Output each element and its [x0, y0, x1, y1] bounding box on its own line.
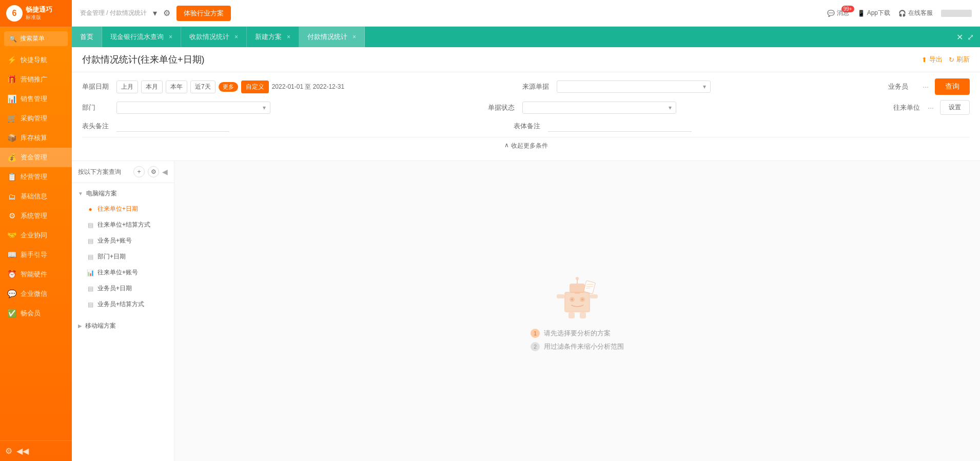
sidebar-item-marketing[interactable]: 🎁 营销推广: [0, 70, 72, 89]
svg-rect-12: [569, 312, 575, 318]
sidebar-item-capital[interactable]: 💰 资金管理: [0, 148, 72, 167]
user-avatar-area[interactable]: [941, 10, 972, 17]
sidebar-search[interactable]: 🔍 搜索菜单: [4, 31, 68, 46]
sidebar-item-label: 采购管理: [21, 114, 47, 123]
scheme-collapse-btn[interactable]: ◀: [162, 168, 168, 176]
date-btn-this-year[interactable]: 本年: [166, 81, 187, 93]
sidebar-item-purchase[interactable]: 🛒 采购管理: [0, 109, 72, 128]
sidebar-item-quick-nav[interactable]: ⚡ 快捷导航: [0, 50, 72, 70]
tip-num-1: 1: [531, 329, 540, 338]
content-area: 按以下方案查询 + ⚙ ◀ ▼ 电脑端方案 ●: [72, 161, 980, 461]
tab-payment-stats[interactable]: 收款情况统计 ×: [181, 27, 247, 47]
sidebar-item-label: 企业协同: [21, 231, 47, 240]
refresh-button[interactable]: ↻ 刷新: [949, 55, 970, 64]
tab-window-close[interactable]: ✕: [956, 32, 963, 42]
scheme-item-dept-date[interactable]: ▤ 部门+日期: [72, 249, 174, 265]
scheme-add-icon: +: [137, 168, 141, 175]
svg-point-5: [581, 298, 583, 300]
svg-rect-6: [570, 284, 585, 293]
app-icon: 📱: [857, 10, 865, 17]
sidebar-item-inventory[interactable]: 📦 库存核算: [0, 128, 72, 148]
source-label: 来源单据: [522, 82, 551, 91]
sidebar-item-smart-hw[interactable]: ⏰ 智能硬件: [0, 265, 72, 284]
scheme-group-mobile-header[interactable]: ▶ 移动端方案: [72, 318, 174, 333]
scheme-item-salesman-account[interactable]: ▤ 业务员+账号: [72, 233, 174, 249]
tab-home[interactable]: 首页: [72, 27, 102, 47]
date-btn-last-month[interactable]: 上月: [116, 81, 138, 93]
main-area: 资金管理 / 付款情况统计 ▾ ⚙ 体验行业方案 💬 消息 99+ 📱 App下…: [72, 0, 980, 461]
scheme-item-salesman-date[interactable]: ▤ 业务员+日期: [72, 280, 174, 296]
scheme-add-btn[interactable]: +: [133, 166, 145, 177]
sidebar-item-wechat[interactable]: 💬 企业微信: [0, 284, 72, 304]
tab-window-maximize[interactable]: ⤢: [967, 32, 974, 42]
trial-button[interactable]: 体验行业方案: [177, 6, 231, 21]
quick-nav-icon: ⚡: [7, 55, 16, 65]
status-dropdown-icon: ▾: [669, 104, 672, 111]
sidebar-collapse-btn[interactable]: ◀◀: [16, 446, 29, 456]
topbar-dropdown-icon[interactable]: ▾: [153, 8, 157, 18]
tab-cash-flow-close[interactable]: ×: [169, 33, 172, 41]
sidebar-item-enterprise[interactable]: 🤝 企业协同: [0, 226, 72, 245]
logo-text-group: 畅捷通巧 标准版: [26, 6, 52, 21]
sidebar-item-label: 快捷导航: [21, 55, 47, 65]
scheme-item-partner-account[interactable]: 📊 往来单位+账号: [72, 265, 174, 280]
tab-payment-stats-close[interactable]: ×: [234, 33, 238, 41]
page-actions: ⬆ 导出 ↻ 刷新: [922, 55, 970, 64]
scheme-settings-icon: ⚙: [151, 168, 156, 175]
scheme-group-pc-header[interactable]: ▼ 电脑端方案: [72, 186, 174, 201]
date-btn-custom[interactable]: 自定义: [241, 81, 269, 93]
dept-label: 部门: [82, 103, 110, 112]
sidebar-item-newbie[interactable]: 📖 新手引导: [0, 245, 72, 265]
topbar-settings-icon[interactable]: ⚙: [163, 8, 170, 18]
dept-select[interactable]: ▾: [116, 102, 270, 114]
service-label: 在线客服: [908, 9, 933, 17]
topbar-service[interactable]: 🎧 在线客服: [898, 9, 933, 17]
sidebar-item-sales[interactable]: 📊 销售管理: [0, 89, 72, 109]
tab-new-plan[interactable]: 新建方案 ×: [247, 27, 299, 47]
salesman-ellipsis[interactable]: ···: [923, 83, 929, 91]
topbar-app[interactable]: 📱 App下载: [857, 9, 890, 17]
empty-illustration: [552, 271, 603, 323]
scheme-item-partner-date[interactable]: ● 往来单位+日期: [72, 201, 174, 217]
topbar-msg[interactable]: 💬 消息 99+: [827, 9, 849, 17]
date-btn-7days[interactable]: 近7天: [190, 81, 215, 93]
tab-new-plan-close[interactable]: ×: [287, 33, 290, 41]
scheme-item-salesman-date-label: 业务员+日期: [97, 284, 132, 293]
tip-text-1: 请先选择要分析的方案: [544, 329, 611, 338]
tab-cash-flow[interactable]: 现金银行流水查询 ×: [102, 27, 181, 47]
collapse-label: 收起更多条件: [511, 142, 548, 150]
partner-ellipsis[interactable]: ···: [928, 104, 934, 112]
date-label: 单据日期: [82, 82, 110, 91]
query-button[interactable]: 查询: [935, 78, 970, 95]
tip-num-2: 2: [531, 342, 540, 351]
enterprise-icon: 🤝: [7, 231, 16, 240]
status-select[interactable]: ▾: [522, 102, 676, 114]
sidebar-item-system[interactable]: ⚙ 系统管理: [0, 206, 72, 226]
svg-rect-10: [557, 294, 564, 298]
sidebar-item-operation[interactable]: 📋 经营管理: [0, 167, 72, 187]
scheme-item-salesman-account-label: 业务员+账号: [97, 236, 132, 245]
scheme-item-partner-settle[interactable]: ▤ 往来单位+结算方式: [72, 217, 174, 233]
sidebar-item-label: 系统管理: [21, 211, 47, 221]
scheme-item-dept-date-icon: ▤: [86, 253, 94, 261]
date-btn-this-month[interactable]: 本月: [141, 81, 163, 93]
sidebar-settings-btn[interactable]: ⚙: [5, 446, 12, 456]
set-button[interactable]: 设置: [940, 100, 970, 115]
tab-pay-stats[interactable]: 付款情况统计 ×: [299, 27, 365, 47]
collapse-more-btn[interactable]: ∧ 收起更多条件: [82, 137, 970, 154]
tab-pay-stats-close[interactable]: ×: [352, 33, 356, 41]
scheme-settings-btn[interactable]: ⚙: [148, 166, 159, 177]
sidebar-bottom: ⚙ ◀◀: [0, 440, 72, 461]
filter-row-3: 表头备注 表体备注: [82, 120, 970, 132]
empty-tip-2: 2 用过滤条件来缩小分析范围: [531, 342, 624, 351]
header-note-input[interactable]: [116, 120, 229, 132]
scheme-panel-header: 按以下方案查询 + ⚙ ◀: [72, 161, 174, 183]
sidebar-item-vip[interactable]: ✅ 畅会员: [0, 304, 72, 323]
export-button[interactable]: ⬆ 导出: [922, 55, 943, 64]
scheme-item-salesman-settle[interactable]: ▤ 业务员+结算方式: [72, 296, 174, 312]
sidebar-item-basic[interactable]: 🗂 基础信息: [0, 187, 72, 206]
source-select[interactable]: ▾: [557, 81, 711, 93]
date-more-btn[interactable]: 更多: [219, 82, 238, 92]
scheme-group-pc-label: 电脑端方案: [86, 189, 117, 198]
body-note-input[interactable]: [548, 120, 692, 132]
